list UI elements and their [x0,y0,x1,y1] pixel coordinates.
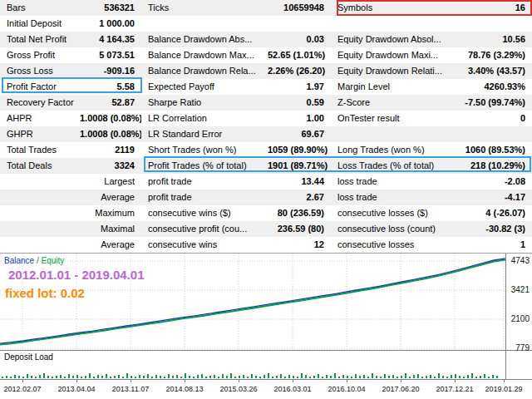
table-row: Largestprofit trade13.44loss trade-2.08 [0,174,532,190]
stat-label: Initial Deposit [0,16,80,32]
x-axis: 2012.02.072013.04.042013.11.072014.08.13… [0,380,532,399]
stat-label: Total Net Profit [0,32,80,47]
stat-label: Recovery Factor [0,95,80,111]
stat-label: Gross Loss [0,63,80,79]
stat-label: Ticks [141,0,268,16]
stat-label: AHPR [0,111,80,126]
test-period-annotation: 2012.01.01 - 2019.04.01 [8,268,144,282]
stat-label: Total Deals [0,158,80,174]
stat-value: 4260.93% [461,79,532,95]
stat-value: 4 164.35 [80,32,141,47]
stat-value [461,16,532,32]
stat-label: consecutive profit (cou... [141,221,268,237]
x-axis-label: 2019.01.29 [485,385,522,393]
stat-label: consecutive wins [141,237,268,253]
table-row: AHPR1.0008 (0.08%)LR Correlation1.00OnTe… [0,111,532,126]
equity-legend-label: Equity [41,256,64,265]
stat-label: Bars [0,0,80,16]
stat-label: GHPR [0,126,80,142]
stat-value: 10659948 [268,0,331,16]
stat-label: profit trade [141,174,268,190]
table-row: Total Net Profit4 164.35Balance Drawdown… [0,32,532,47]
table-row: Profit Factor5.58Expected Payoff1.97Marg… [0,79,532,95]
stat-value: 52.65 (1.01%) [268,47,331,63]
stat-label: Balance Drawdown Rela... [141,63,268,79]
stat-value: Maximal [80,221,141,237]
stat-value: 69.67 [268,126,331,142]
stat-value: 0.03 [268,32,331,47]
stat-label: consecutive wins ($) [141,205,268,221]
stat-value: 218 (10.29%) [461,158,532,174]
stat-value: -7.50 (99.74%) [461,95,532,111]
balance-equity-chart[interactable]: Balance / Equity 2012.01.01 - 2019.04.01… [0,254,505,350]
stat-label: Margin Level [331,79,461,95]
stat-value: 80 (236.59) [268,205,331,221]
x-axis-tick [76,380,77,382]
table-row: Averageconsecutive wins12consecutive los… [0,237,532,253]
stat-label: Profit Trades (% of total) [141,158,268,174]
stat-value: -4.17 [461,190,532,205]
stat-label: Expected Payoff [141,79,268,95]
stat-label: Balance Drawdown Abs... [141,32,268,47]
stat-label: Long Trades (won %) [331,142,461,158]
stat-value [268,16,331,32]
stat-label: Short Trades (won %) [141,142,268,158]
stat-value: 4 (-26.07) [461,205,532,221]
stat-label [0,174,80,190]
stat-value: 1901 (89.71%) [268,158,331,174]
table-row: Maximumconsecutive wins ($)80 (236.59)co… [0,205,532,221]
x-axis-tick [239,380,239,382]
y-axis-label: 4743 [511,256,530,266]
stat-value: Average [80,190,141,205]
deposit-load-panel[interactable]: Deposit Load [0,351,505,379]
stat-label: OnTester result [331,111,461,126]
table-row: Initial Deposit1 000.00 [0,16,532,32]
stats-table: Bars536321Ticks10659948Symbols16Initial … [0,0,532,253]
y-axis-label: 779 [515,343,530,353]
strategy-tester-report: Bars536321Ticks10659948Symbols16Initial … [0,0,532,399]
stat-value: Largest [80,174,141,190]
stat-value: 5.58 [80,79,141,95]
stat-value: 16 [461,0,532,16]
stat-value: 10.56 [461,32,532,47]
x-axis-label: 2014.08.13 [165,385,203,393]
stat-value: 0 [461,111,532,126]
stat-value: 536321 [80,0,141,16]
chart-legend: Balance / Equity [4,256,64,265]
table-row: Total Trades2119Short Trades (won %)1059… [0,142,532,158]
stat-label: Equity Drawdown Relati... [331,63,461,79]
balance-equity-row: Balance / Equity 2012.01.01 - 2019.04.01… [0,253,532,351]
stat-value: 13.44 [268,174,331,190]
stat-value: 1 [461,237,532,253]
stat-value: 1060 (89.53%) [461,142,532,158]
stat-value: 78.76 (3.29%) [461,47,532,63]
y-axis-label: 2100 [511,314,530,324]
stat-label: Profit Factor [0,79,80,95]
chart-section: Balance / Equity 2012.01.01 - 2019.04.01… [0,253,532,399]
y-axis-scale: 474334212100779 [505,254,532,350]
x-axis-tick [293,380,293,382]
stat-value: 5 073.51 [80,47,141,63]
balance-legend-label: Balance [4,256,34,265]
stat-label: Balance Drawdown Max... [141,47,268,63]
stat-value: Average [80,237,141,253]
stat-value: 1.00 [268,111,331,126]
stat-value: -2.08 [461,174,532,190]
stat-label: LR Correlation [141,111,268,126]
deposit-load-bars [0,351,505,379]
table-row: Total Deals3324Profit Trades (% of total… [0,158,532,174]
stat-label: Sharpe Ratio [141,95,268,111]
stat-value: Maximum [80,205,141,221]
stat-label: Total Trades [0,142,80,158]
table-row: Maximalconsecutive profit (cou...236.59 … [0,221,532,237]
stat-value: -909.16 [80,63,141,79]
stat-label: Equity Drawdown Maxi... [331,47,461,63]
stat-value: 3.40% (43.57) [461,63,532,79]
y-axis-label: 3421 [511,285,530,295]
stat-value [461,126,532,142]
stat-value: -30.82 (3) [461,221,532,237]
stat-value: 2.26% (26.20) [268,63,331,79]
stat-label: LR Standard Error [141,126,268,142]
stat-value: 1 000.00 [80,16,141,32]
stat-label: Loss Trades (% of total) [331,158,461,174]
